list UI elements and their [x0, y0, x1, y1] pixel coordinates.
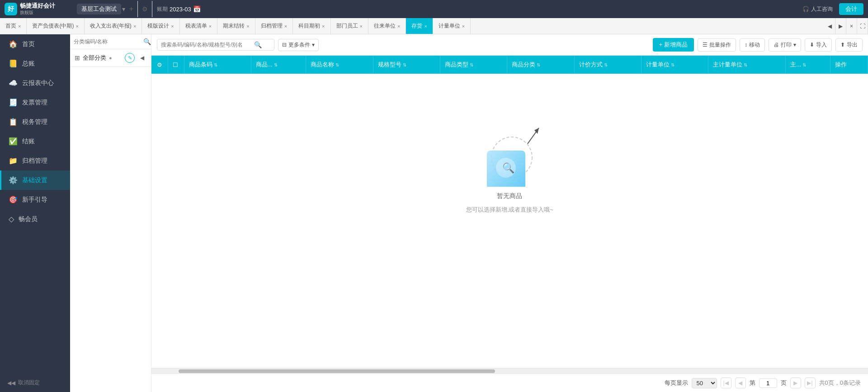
col-category[interactable]: 商品分类 ⇅: [507, 56, 574, 74]
tab-expand-button[interactable]: ⛶: [857, 18, 868, 34]
tab-close-icon[interactable]: ×: [171, 24, 174, 29]
tab-期末结转[interactable]: 期末结转 ×: [217, 18, 255, 34]
period-value: 2023-03: [170, 6, 191, 13]
tab-close-icon[interactable]: ×: [18, 24, 21, 29]
tab-close-icon[interactable]: ×: [360, 24, 363, 29]
tab-label: 税表清单: [185, 22, 207, 30]
sort-icon: ⇅: [671, 62, 675, 67]
col-code[interactable]: 商品... ⇅: [251, 56, 306, 74]
tab-模版设计[interactable]: 模版设计 ×: [142, 18, 179, 34]
batch-operation-button[interactable]: ☰ 批量操作: [698, 38, 736, 52]
col-settings[interactable]: ⚙: [151, 56, 168, 74]
tab-计量单位[interactable]: 计量单位 ×: [433, 18, 471, 34]
tab-close-icon[interactable]: ×: [462, 24, 465, 29]
tab-存货[interactable]: 存货 ×: [406, 18, 433, 34]
kuaiji-button[interactable]: 会计: [839, 3, 863, 15]
col-checkbox[interactable]: ☐: [168, 56, 184, 74]
category-search: 🔍: [70, 34, 151, 49]
human-service-button[interactable]: 🎧 人工咨询: [799, 4, 836, 14]
sidebar-item-label: 税务管理: [22, 118, 47, 126]
export-button[interactable]: ⬆ 导出: [835, 38, 863, 52]
tab-首页[interactable]: 首页 ×: [0, 18, 27, 34]
category-edit-button[interactable]: ✎: [125, 53, 135, 63]
page-unit: 页: [781, 379, 787, 387]
tab-close-icon[interactable]: ×: [322, 24, 325, 29]
human-service-label: 人工咨询: [811, 5, 833, 13]
home-icon: 🏠: [9, 40, 18, 48]
col-unit[interactable]: 计量单位 ⇅: [641, 56, 708, 74]
sidebar-item-home[interactable]: 🏠 首页: [0, 34, 70, 54]
per-page-select[interactable]: 50 100 200: [692, 378, 717, 388]
tab-资产负债表[interactable]: 资产负债表(中期) ×: [27, 18, 84, 34]
tab-close-icon[interactable]: ×: [133, 24, 136, 29]
col-name[interactable]: 商品名称 ⇅: [306, 56, 373, 74]
sidebar-item-member[interactable]: ◇ 畅会员: [0, 209, 70, 229]
col-spec[interactable]: 规格型号 ⇅: [373, 56, 440, 74]
sort-icon: ⇅: [604, 62, 608, 67]
page-prev-button[interactable]: ◀: [735, 378, 746, 388]
sidebar-unpin-button[interactable]: ◀◀ 取消固定: [0, 373, 70, 392]
tab-close-icon[interactable]: ×: [284, 24, 287, 29]
product-search-icon[interactable]: 🔍: [254, 41, 262, 48]
col-action: 操作: [830, 56, 868, 74]
sidebar-item-settings[interactable]: ⚙️ 基础设置: [0, 170, 70, 190]
tab-税表清单[interactable]: 税表清单 ×: [180, 18, 217, 34]
add-product-button[interactable]: + 新增商品: [653, 38, 694, 52]
filter-label: 更多条件: [288, 41, 310, 49]
product-search-input[interactable]: [161, 42, 251, 48]
page-last-button[interactable]: ▶|: [805, 378, 816, 388]
calendar-icon[interactable]: 📅: [193, 5, 201, 13]
sort-icon: ⇅: [802, 62, 806, 67]
tab-归档管理[interactable]: 归档管理 ×: [255, 18, 293, 34]
app-edition: 旗舰版: [20, 9, 55, 16]
col-main-unit[interactable]: 主计量单位 ⇅: [708, 56, 786, 74]
workspace-selector[interactable]: 基层工会测试: [77, 4, 121, 14]
sidebar-item-tax[interactable]: 📋 税务管理: [0, 112, 70, 132]
tab-close-icon[interactable]: ×: [397, 24, 400, 29]
col-main-other[interactable]: 主... ⇅: [786, 56, 830, 74]
settings-tab-button[interactable]: ⚙: [138, 1, 152, 17]
tab-往来单位[interactable]: 往来单位 ×: [368, 18, 406, 34]
col-price-method[interactable]: 计价方式 ⇅: [574, 56, 641, 74]
tab-收入支出表[interactable]: 收入支出表(年报) ×: [85, 18, 142, 34]
tab-科目期初[interactable]: 科目期初 ×: [293, 18, 330, 34]
print-button[interactable]: 🖨 打印 ▾: [769, 38, 801, 52]
category-search-input[interactable]: [74, 38, 142, 45]
page-next-button[interactable]: ▶: [790, 378, 801, 388]
category-collapse-button[interactable]: ◀: [137, 53, 146, 62]
tab-next-button[interactable]: ▶: [835, 18, 846, 34]
tab-close-icon[interactable]: ×: [424, 24, 427, 29]
more-filter-button[interactable]: ⊟ 更多条件 ▾: [278, 39, 319, 51]
tab-close-icon[interactable]: ×: [209, 24, 212, 29]
workspace-dropdown-icon[interactable]: ▾: [122, 5, 125, 13]
tab-prev-button[interactable]: ◀: [825, 18, 835, 34]
toolbar: 🔍 ⊟ 更多条件 ▾ + 新增商品 ☰ 批量操作: [151, 34, 868, 56]
tab-close-all-button[interactable]: ×: [846, 18, 857, 34]
sidebar-item-closing[interactable]: ✅ 结账: [0, 132, 70, 151]
scrollbar-thumb[interactable]: [179, 369, 495, 373]
sidebar-item-guide[interactable]: 🎯 新手引导: [0, 190, 70, 209]
sidebar-item-ledger[interactable]: 📒 总账: [0, 54, 70, 73]
col-barcode[interactable]: 商品条码 ⇅: [184, 56, 251, 74]
category-search-icon[interactable]: 🔍: [143, 38, 151, 45]
horizontal-scrollbar[interactable]: [151, 368, 868, 373]
tab-close-icon[interactable]: ×: [75, 24, 78, 29]
add-tab-button[interactable]: +: [125, 1, 138, 17]
sidebar-item-reports[interactable]: ☁️ 云报表中心: [0, 73, 70, 93]
product-table: ⚙ ☐ 商品条码 ⇅ 商品...: [151, 56, 868, 255]
member-icon: ◇: [9, 215, 14, 223]
tab-close-icon[interactable]: ×: [246, 24, 249, 29]
page-first-button[interactable]: |◀: [721, 378, 731, 388]
category-all-item[interactable]: ⊞ 全部分类 ● ✎ ◀: [70, 49, 151, 67]
import-button[interactable]: ⬇ 导入: [805, 38, 832, 52]
tab-部门员工[interactable]: 部门员工 ×: [331, 18, 368, 34]
top-header: 好 畅捷通好会计 旗舰版 基层工会测试 ▾ + ⚙ 账期 2023-03 📅 🎧…: [0, 0, 868, 18]
sidebar-item-label: 畅会员: [19, 215, 38, 223]
page-input[interactable]: [759, 378, 777, 388]
tab-label: 计量单位: [439, 22, 460, 30]
sidebar-item-archive[interactable]: 📁 归档管理: [0, 151, 70, 170]
sidebar-item-invoice[interactable]: 🧾 发票管理: [0, 93, 70, 112]
move-button[interactable]: ↕ 移动: [740, 38, 765, 52]
right-panel: 🔍 ⊟ 更多条件 ▾ + 新增商品 ☰ 批量操作: [151, 34, 868, 392]
col-type[interactable]: 商品类型 ⇅: [440, 56, 507, 74]
